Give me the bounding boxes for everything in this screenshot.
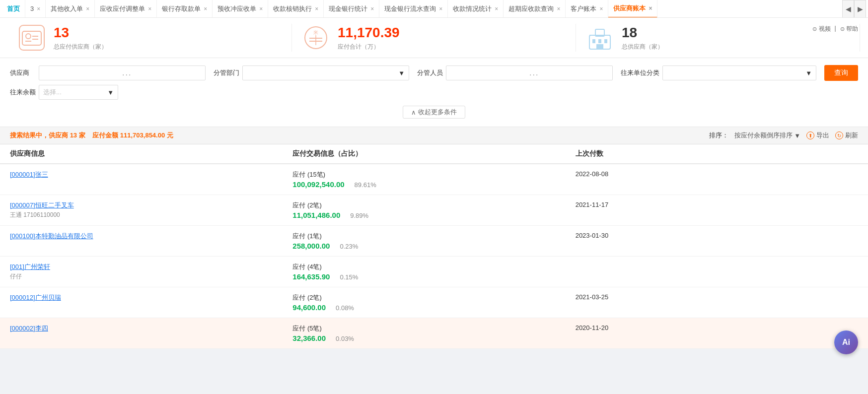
summary-card-payable-suppliers: 13 总应付供应商（家） <box>8 24 292 52</box>
supplier-info-1: [000001]张三 <box>10 170 292 179</box>
tx-info-1: 应付 (15笔) 100,092,540.00 89.61% <box>292 170 575 189</box>
collapse-button[interactable]: ∧ 收起更多条件 <box>403 106 465 119</box>
nav-tab-advance[interactable]: 预收冲应收单 × <box>213 0 268 18</box>
balance-filter-value: 选择... <box>43 88 62 97</box>
tab-supplier-account-close[interactable]: × <box>649 5 652 12</box>
tx-label-3: 应付 (1笔) <box>292 232 575 241</box>
tx-amount-6[interactable]: 32,366.00 <box>292 334 326 342</box>
supplier-link-6[interactable]: [000002]李四 <box>10 324 292 333</box>
tab-bank-deposit-close[interactable]: × <box>204 5 207 12</box>
supplier-link-3[interactable]: [000100]本特勤油品有限公司 <box>10 232 292 241</box>
help-link[interactable]: ⊙ 帮助 <box>840 25 858 33</box>
tab-customer-account-close[interactable]: × <box>599 5 603 12</box>
supplier-link-4[interactable]: [001]广州荣轩 <box>10 263 292 271</box>
tx-amount-2[interactable]: 11,051,486.00 <box>292 211 340 219</box>
card-icon-2: 米 <box>302 24 330 52</box>
supplier-filter-input[interactable]: ... <box>39 66 206 80</box>
tx-info-2: 应付 (2笔) 11,051,486.00 9.89% <box>292 201 575 219</box>
video-circle-icon: ⊙ <box>812 26 817 32</box>
table-row: [000007]恒旺二手叉车 王通 17106110000 应付 (2笔) 11… <box>0 195 868 226</box>
summary-bar: 13 总应付供应商（家） 米 11,170.39 应付合计（万） <box>0 18 868 58</box>
person-filter-dots-icon[interactable]: ... <box>529 68 608 77</box>
category-filter-select[interactable]: ▼ <box>662 66 816 80</box>
summary-card-payable-total: 米 11,170.39 应付合计（万） <box>292 24 576 52</box>
supplier-info-3: [000100]本特勤油品有限公司 <box>10 232 292 241</box>
nav-tab-cash-bank-stat[interactable]: 现金银行统计 × <box>324 0 379 18</box>
supplier-link-1[interactable]: [000001]张三 <box>10 170 292 179</box>
nav-tab-other-income[interactable]: 其他收入单 × <box>46 0 95 18</box>
nav-tab-supplier-account[interactable]: 供应商账本 × <box>608 0 657 18</box>
tx-row-5: 94,600.00 0.08% <box>292 303 575 312</box>
sort-value-button[interactable]: 按应付余额倒序排序 ▼ <box>734 131 800 140</box>
video-link[interactable]: ⊙ 视频 <box>812 25 830 33</box>
query-button[interactable]: 查询 <box>824 65 858 81</box>
last-payment-2: 2021-11-17 <box>576 201 858 208</box>
tx-amount-4[interactable]: 164,635.90 <box>292 272 330 281</box>
svg-rect-1 <box>22 31 41 45</box>
tx-row-1: 100,092,540.00 89.61% <box>292 180 575 189</box>
sort-value-text: 按应付余额倒序排序 <box>734 131 793 140</box>
supplier-link-2[interactable]: [000007]恒旺二手叉车 <box>10 201 292 210</box>
nav-tab-collection-check[interactable]: 收款核销执行 × <box>268 0 324 18</box>
export-circle-icon: ⬆ <box>806 131 814 139</box>
table-area: 供应商信息 应付交易信息（占比） 上次付数 [000001]张三 应付 (15笔… <box>0 144 868 349</box>
filter-row-1: 供应商 ... 分管部门 ▼ 分管人员 ... 往来单位分类 <box>10 65 858 81</box>
tx-amount-5[interactable]: 94,600.00 <box>292 303 326 312</box>
result-supplier-count: 13 <box>70 131 77 139</box>
table-row: [000100]本特勤油品有限公司 应付 (1笔) 258,000.00 0.2… <box>0 226 868 257</box>
tx-percent-4: 0.15% <box>340 273 358 281</box>
export-button[interactable]: ⬆ 导出 <box>806 131 829 140</box>
supplier-filter-dots-icon[interactable]: ... <box>122 68 201 77</box>
last-payment-3: 2023-01-30 <box>576 232 858 239</box>
tab-overdue-query-close[interactable]: × <box>557 5 560 12</box>
supplier-link-5[interactable]: [000012]广州贝瑞 <box>10 293 292 302</box>
nav-prev-button[interactable]: ◀ <box>842 0 854 18</box>
nav-tab-ap-adjust[interactable]: 应收应付调整单 × <box>95 0 157 18</box>
card-label-payable-suppliers: 总应付供应商（家） <box>54 43 282 51</box>
tab-cash-bank-flow-label: 现金银行流水查询 <box>384 4 436 13</box>
nav-next-button[interactable]: ▶ <box>854 0 866 18</box>
tab-collection-stat-close[interactable]: × <box>495 5 498 12</box>
nav-tab-3[interactable]: 3 × <box>25 0 46 18</box>
table-row: [001]广州荣轩 仔仔 应付 (4笔) 164,635.90 0.15% <box>0 257 868 287</box>
result-prefix: 搜索结果中，供应商 <box>10 131 68 139</box>
nav-tab-bank-deposit[interactable]: 银行存取款单 × <box>157 0 213 18</box>
tab-cash-bank-stat-close[interactable]: × <box>370 5 374 12</box>
tx-row-2: 11,051,486.00 9.89% <box>292 211 575 219</box>
tab-customer-account-label: 客户账本 <box>571 4 596 13</box>
result-amount-prefix: 应付金额 <box>92 131 118 139</box>
svg-rect-12 <box>592 39 595 43</box>
tab-3-close[interactable]: × <box>37 5 40 12</box>
nav-tab-home[interactable]: 首页 <box>2 0 25 18</box>
tx-amount-1[interactable]: 100,092,540.00 <box>292 180 344 189</box>
tx-percent-1: 89.61% <box>355 181 376 189</box>
svg-text:米: 米 <box>313 30 318 35</box>
svg-rect-14 <box>604 39 607 43</box>
last-payment-5: 2021-03-25 <box>576 293 858 301</box>
tab-advance-close[interactable]: × <box>259 5 263 12</box>
tab-other-income-close[interactable]: × <box>86 5 89 12</box>
tx-percent-5: 0.08% <box>336 304 354 312</box>
link-separator: | <box>835 25 836 33</box>
tab-ap-adjust-close[interactable]: × <box>148 5 151 12</box>
result-count-unit: 家 <box>79 131 85 139</box>
supplier-filter-label: 供应商 <box>10 68 36 77</box>
balance-filter-select[interactable]: 选择... ▼ <box>39 85 118 100</box>
tab-bank-deposit-label: 银行存取款单 <box>162 4 201 13</box>
tx-amount-3[interactable]: 258,000.00 <box>292 242 330 250</box>
tab-cash-bank-flow-close[interactable]: × <box>439 5 442 12</box>
refresh-button[interactable]: ↻ 刷新 <box>835 131 858 140</box>
nav-tab-collection-stat[interactable]: 收款情况统计 × <box>448 0 504 18</box>
balance-chevron-down-icon: ▼ <box>107 89 114 96</box>
person-filter-input[interactable]: ... <box>446 66 613 80</box>
tx-info-3: 应付 (1笔) 258,000.00 0.23% <box>292 232 575 250</box>
svg-point-2 <box>26 34 31 39</box>
dept-filter-select[interactable]: ▼ <box>242 66 409 80</box>
nav-tab-cash-bank-flow[interactable]: 现金银行流水查询 × <box>379 0 448 18</box>
result-actions: 排序： 按应付余额倒序排序 ▼ ⬆ 导出 ↻ 刷新 <box>709 131 858 140</box>
tab-collection-check-close[interactable]: × <box>315 5 318 12</box>
svg-rect-13 <box>598 39 601 43</box>
nav-tab-overdue-query[interactable]: 超期应收款查询 × <box>504 0 566 18</box>
refresh-circle-icon: ↻ <box>835 131 843 139</box>
nav-tab-customer-account[interactable]: 客户账本 × <box>566 0 608 18</box>
